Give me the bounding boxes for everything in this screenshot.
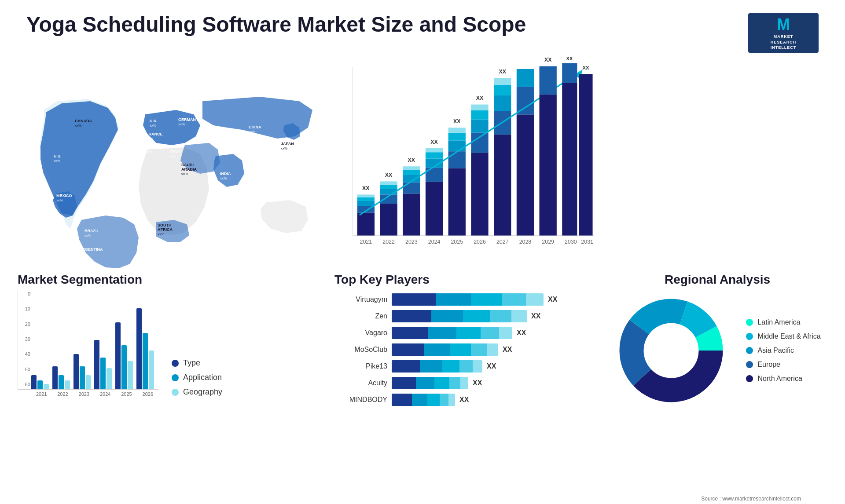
bar-geography: [149, 351, 154, 389]
svg-rect-47: [426, 182, 443, 235]
legend-dot-latin-america: [746, 319, 753, 326]
bar-geography: [128, 361, 133, 389]
player-name: Vagaro: [334, 329, 387, 337]
svg-text:2024: 2024: [428, 239, 441, 245]
svg-text:2023: 2023: [405, 239, 418, 245]
world-map-svg: CANADA xx% U.S. xx% MEXICO xx% BRAZIL xx…: [18, 57, 326, 268]
player-bar: [392, 377, 468, 389]
svg-rect-63: [471, 105, 488, 110]
svg-rect-62: [471, 110, 488, 120]
svg-text:U.S.: U.S.: [54, 154, 62, 158]
player-name: Virtuagym: [334, 296, 387, 303]
svg-text:XX: XX: [582, 65, 589, 70]
legend-item-middle-east-africa: Middle East & Africa: [746, 332, 820, 340]
legend-label-latin-america: Latin America: [757, 318, 800, 326]
player-bar-container: XX: [392, 327, 599, 339]
player-bar-container: XX: [392, 394, 599, 406]
bar-group: [136, 308, 154, 389]
svg-text:xx%: xx%: [169, 154, 176, 158]
segmentation-area: Market Segmentation 60 50 40 30 20 10 0: [18, 268, 326, 504]
bar-type: [31, 375, 37, 389]
svg-text:XX: XX: [408, 157, 415, 163]
svg-text:XX: XX: [476, 95, 484, 101]
svg-rect-45: [403, 166, 420, 170]
svg-text:xx%: xx%: [220, 176, 227, 180]
left-panel: CANADA xx% U.S. xx% MEXICO xx% BRAZIL xx…: [18, 57, 326, 504]
svg-rect-60: [471, 133, 488, 153]
bar-application: [37, 380, 43, 389]
logo-box: M MARKETRESEARCHINTELLECT: [748, 13, 819, 53]
svg-text:xx%: xx%: [249, 130, 255, 134]
player-row-acuity: Acuity XX: [334, 377, 599, 389]
bar-2021-seg4: [357, 197, 375, 201]
svg-text:2021: 2021: [360, 239, 372, 245]
donut-center: [645, 324, 698, 377]
legend-label-europe: Europe: [757, 361, 780, 369]
bar-geography: [86, 375, 91, 389]
page-title: Yoga Scheduling Software Market Size and…: [26, 13, 526, 37]
right-top-spacer: [607, 57, 827, 268]
svg-rect-42: [403, 182, 420, 194]
player-bar-container: XX: [392, 293, 599, 306]
segmentation-title: Market Segmentation: [18, 273, 326, 287]
svg-text:XX: XX: [453, 118, 461, 124]
player-name: Zen: [334, 312, 387, 320]
svg-text:xx%: xx%: [146, 150, 152, 154]
middle-panel: XX XX XX XX: [334, 57, 599, 504]
svg-text:XX: XX: [544, 57, 552, 63]
player-row-pike13: Pike13 XX: [334, 360, 599, 373]
legend-dot-application: [172, 374, 179, 381]
svg-text:ARABIA: ARABIA: [181, 167, 197, 172]
svg-text:U.K.: U.K.: [150, 119, 158, 123]
players-title: Top Key Players: [334, 273, 599, 287]
svg-rect-51: [426, 148, 443, 152]
legend-item-latin-america: Latin America: [746, 318, 820, 326]
svg-text:XX: XX: [566, 57, 573, 61]
svg-text:JAPAN: JAPAN: [281, 142, 294, 146]
segmentation-chart-legend: 60 50 40 30 20 10 0: [18, 291, 326, 397]
y-axis: 60 50 40 30 20 10 0: [18, 291, 30, 389]
legend-label-geography: Geography: [183, 387, 222, 397]
svg-text:XX: XX: [385, 172, 393, 178]
legend-label-application: Application: [183, 373, 222, 382]
player-bar: [392, 293, 544, 306]
donut-svg: [614, 293, 728, 408]
legend-dot-geography: [172, 389, 179, 396]
logo-letter: M: [777, 15, 790, 34]
player-bar: [392, 327, 512, 339]
legend-item-geography: Geography: [172, 387, 222, 397]
donut-legend-container: Latin America Middle East & Africa Asia …: [607, 293, 827, 408]
svg-text:xx%: xx%: [54, 159, 60, 163]
bar-2021-seg3: [357, 201, 375, 206]
player-bar: [392, 310, 527, 322]
legend-dot-middle-east-africa: [746, 333, 753, 340]
player-row-vagaro: Vagaro XX: [334, 327, 599, 339]
player-name: MoSoClub: [334, 346, 387, 354]
player-name: Acuity: [334, 379, 387, 387]
svg-text:2022: 2022: [382, 239, 395, 245]
player-bar-container: XX: [392, 377, 599, 389]
svg-rect-92: [562, 63, 577, 83]
svg-text:XX: XX: [430, 139, 438, 145]
svg-rect-38: [380, 185, 397, 189]
svg-text:ITALY: ITALY: [169, 150, 180, 154]
legend-item-application: Application: [172, 373, 222, 382]
player-row-mosoclub: MoSoClub XX: [334, 343, 599, 356]
svg-rect-72: [517, 87, 534, 114]
svg-text:xx%: xx%: [146, 137, 153, 141]
legend-dot-north-america: [746, 375, 753, 382]
bar-2021-seg1: [357, 213, 375, 236]
svg-text:SOUTH: SOUTH: [158, 223, 172, 227]
svg-text:AFRICA: AFRICA: [158, 227, 173, 232]
player-name: Pike13: [334, 362, 387, 370]
svg-text:xx%: xx%: [75, 124, 81, 128]
growth-chart-area: XX XX XX XX: [334, 57, 599, 268]
svg-rect-65: [494, 135, 511, 236]
svg-rect-44: [403, 170, 420, 175]
player-row-mindbody: MINDBODY XX: [334, 394, 599, 406]
bar-application: [80, 366, 85, 389]
donut-chart: [614, 293, 728, 408]
svg-text:xx%: xx%: [84, 234, 91, 237]
svg-rect-53: [448, 168, 466, 235]
legend-dot-type: [172, 360, 179, 367]
